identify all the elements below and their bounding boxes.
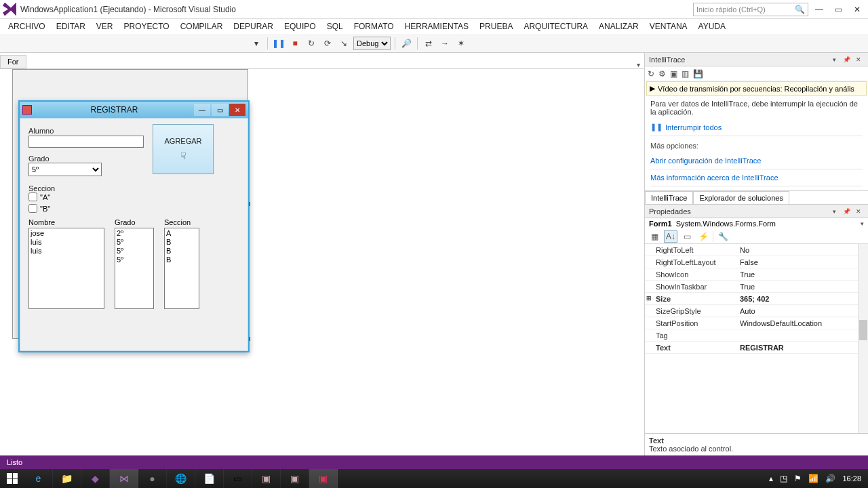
property-row[interactable]: ShowIconTrue [645, 268, 868, 281]
find-button[interactable]: 🔎 [399, 37, 413, 50]
alumno-input[interactable] [28, 136, 144, 148]
props-close-icon[interactable]: ✕ [853, 207, 864, 216]
tray-network-icon[interactable]: 📶 [808, 474, 818, 483]
taskbar-explorer-icon[interactable]: 📁 [53, 469, 81, 488]
property-row[interactable]: ShowInTaskbarTrue [645, 281, 868, 293]
list-icon[interactable]: ▥ [682, 69, 689, 79]
panel-pin-icon[interactable]: 📌 [841, 55, 852, 64]
sync-button[interactable]: ⇄ [422, 37, 435, 50]
menu-sql[interactable]: SQL [321, 20, 349, 33]
property-row[interactable]: StartPositionWindowsDefaultLocation [645, 317, 868, 329]
tab-intellitrace[interactable]: IntelliTrace [645, 191, 693, 204]
open-config-link[interactable]: Abrir configuración de IntelliTrace [645, 154, 868, 167]
list-item[interactable]: 5º [117, 256, 152, 264]
taskbar-app2-icon[interactable]: ▣ [281, 469, 309, 488]
runtime-titlebar[interactable]: REGISTRAR — ▭ ✕ [20, 102, 248, 118]
list-item[interactable]: jose [31, 229, 102, 238]
close-button[interactable]: ✕ [849, 3, 865, 16]
filter-icon[interactable]: ▣ [670, 69, 677, 79]
menu-analizar[interactable]: ANALIZAR [593, 20, 644, 33]
property-row[interactable]: TextREGISTRAR [645, 342, 868, 354]
list-item[interactable]: luis [31, 238, 102, 247]
list-item[interactable]: B [166, 256, 197, 264]
grado-select[interactable]: 5º [28, 163, 102, 176]
tray-volume-icon[interactable]: 🔊 [825, 474, 835, 483]
menu-depurar[interactable]: DEPURAR [228, 20, 279, 33]
runtime-close-button[interactable]: ✕ [229, 104, 245, 116]
events-icon[interactable]: ⚡ [696, 230, 710, 243]
menu-equipo[interactable]: EQUIPO [279, 20, 321, 33]
list-item[interactable]: 2º [117, 229, 152, 238]
tray-clock[interactable]: 16:28 [842, 474, 861, 483]
taskbar-ie-icon[interactable]: e [24, 469, 53, 488]
listbox-nombre[interactable]: joseluisluis [28, 228, 104, 309]
restore-button[interactable]: ▭ [830, 3, 846, 16]
list-item[interactable]: B [166, 238, 197, 247]
property-row[interactable]: RightToLeftLayoutFalse [645, 256, 868, 268]
menu-ayuda[interactable]: AYUDA [693, 20, 731, 33]
menu-compilar[interactable]: COMPILAR [175, 20, 229, 33]
taskbar-vs-icon[interactable]: ⋈ [110, 469, 138, 488]
start-button[interactable] [0, 469, 24, 488]
more-info-link[interactable]: Más información acerca de IntelliTrace [645, 171, 868, 184]
listbox-seccion[interactable]: ABBB [164, 228, 199, 309]
runtime-minimize-button[interactable]: — [194, 104, 210, 116]
categorize-icon[interactable]: ▦ [648, 230, 661, 243]
restart-button[interactable]: ↻ [304, 37, 318, 50]
seccion-b-checkbox[interactable]: "B" [28, 204, 239, 213]
tab-solution-explorer[interactable]: Explorador de soluciones [693, 191, 789, 204]
tab-form[interactable]: For [0, 55, 26, 68]
taskbar-taskmgr-icon[interactable]: ▭ [224, 469, 252, 488]
minimize-button[interactable]: — [811, 3, 827, 16]
seccion-a-checkbox[interactable]: "A" [28, 192, 239, 201]
save-icon[interactable]: 💾 [693, 69, 703, 79]
list-item[interactable]: A [166, 229, 197, 238]
tray-up-icon[interactable]: ▴ [769, 474, 773, 483]
menu-prueba[interactable]: PRUEBA [474, 20, 518, 33]
menu-ver[interactable]: VER [91, 20, 119, 33]
property-row[interactable]: SizeGripStyleAuto [645, 305, 868, 317]
intellitrace-banner[interactable]: ▶ Vídeo de transmisión por secuencias: R… [646, 81, 867, 96]
tabs-dropdown-icon[interactable]: ▾ [637, 61, 644, 68]
gear-icon[interactable]: ⚙ [658, 69, 666, 79]
tools-button[interactable]: ✶ [454, 37, 468, 50]
pause-button[interactable]: ❚❚ [272, 37, 285, 50]
refresh-button[interactable]: ⟳ [321, 37, 334, 50]
break-all-link[interactable]: ❚❚ Interrumpir todos [645, 120, 868, 134]
taskbar-vs-blend-icon[interactable]: ◆ [81, 469, 110, 488]
panel-dropdown-icon[interactable]: ▾ [829, 55, 840, 64]
property-row[interactable]: RightToLeftNo [645, 244, 868, 256]
properties-page-icon[interactable]: ▭ [680, 230, 694, 243]
props-dropdown-icon[interactable]: ▾ [829, 207, 840, 216]
panel-close-icon[interactable]: ✕ [853, 55, 864, 64]
properties-grid[interactable]: RightToLeftNoRightToLeftLayoutFalseShowI… [645, 244, 868, 433]
list-item[interactable]: 5º [117, 247, 152, 256]
properties-object-selector[interactable]: Form1System.Windows.Forms.Form ▾ [645, 218, 868, 229]
taskbar-notepad-icon[interactable]: 📄 [195, 469, 224, 488]
menu-formato[interactable]: FORMATO [349, 20, 399, 33]
property-row[interactable]: ⊞Size365; 402 [645, 293, 868, 305]
taskbar-app-icon[interactable]: ● [138, 469, 167, 488]
stop-button[interactable]: ■ [288, 37, 302, 50]
alphabetical-icon[interactable]: A↓ [664, 230, 677, 243]
continue-dropdown-icon[interactable]: ▾ [250, 37, 263, 50]
menu-herramientas[interactable]: HERRAMIENTAS [399, 20, 474, 33]
runtime-maximize-button[interactable]: ▭ [212, 104, 228, 116]
menu-ventana[interactable]: VENTANA [644, 20, 693, 33]
list-item[interactable]: B [166, 247, 197, 256]
menu-arquitectura[interactable]: ARQUITECTURA [518, 20, 593, 33]
agregar-button[interactable]: AGREGAR ☟ [153, 124, 214, 174]
props-pin-icon[interactable]: 📌 [841, 207, 852, 216]
scrollbar[interactable] [858, 244, 868, 433]
list-item[interactable]: 5º [117, 238, 152, 247]
taskbar-chrome-icon[interactable]: 🌐 [167, 469, 195, 488]
config-select[interactable]: Debug [353, 37, 391, 50]
list-item[interactable]: luis [31, 247, 102, 256]
refresh-icon[interactable]: ↻ [648, 69, 654, 79]
menu-proyecto[interactable]: PROYECTO [119, 20, 175, 33]
step-into-button[interactable]: ↘ [337, 37, 351, 50]
menu-editar[interactable]: EDITAR [51, 20, 91, 33]
tray-flag-icon[interactable]: ⚑ [794, 474, 802, 483]
taskbar-running-app-icon[interactable]: ▣ [309, 469, 338, 488]
step-over-button[interactable]: → [438, 37, 452, 50]
